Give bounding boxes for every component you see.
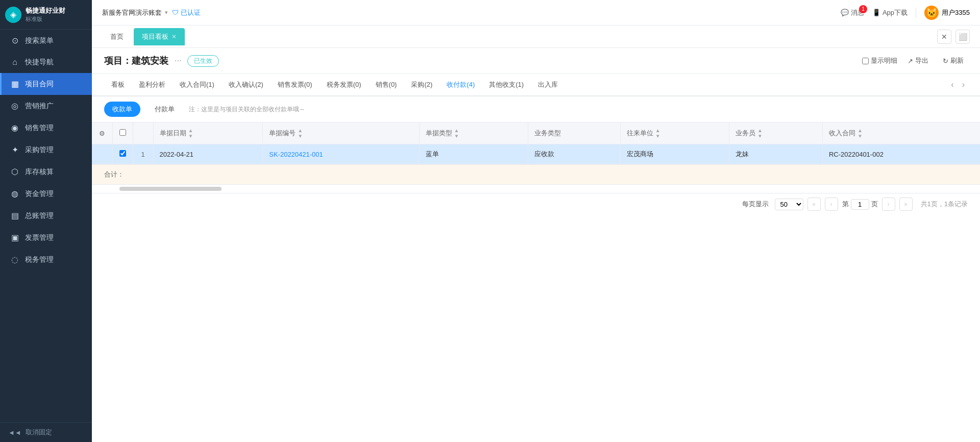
sub-tab-income-confirm[interactable]: 收入确认(2) <box>222 74 271 96</box>
th-salesperson-sort-icon[interactable]: ▲▼ <box>757 128 763 139</box>
sidebar-item-purchase[interactable]: ✦ 采购管理 <box>0 139 92 161</box>
code-link-0[interactable]: SK-20220421-001 <box>269 151 323 158</box>
th-income-contract-sort-icon[interactable]: ▲▼ <box>857 128 863 139</box>
sidebar-item-project[interactable]: ▦ 项目合同 <box>0 73 92 95</box>
purchase-icon: ✦ <box>10 145 20 155</box>
table-container: ⚙ 单据日期 ▲▼ <box>92 122 980 164</box>
th-bill-type-sort-icon[interactable]: ▲▼ <box>454 128 459 139</box>
content-area: 项目：建筑安装 ··· 已生效 显示明细 ↗ 导出 ↻ 刷新 <box>92 48 980 442</box>
th-code-sort-icon[interactable]: ▲▼ <box>298 128 303 139</box>
th-partner-label: 往来单位 <box>627 129 653 138</box>
export-button[interactable]: ↗ 导出 <box>903 54 933 67</box>
refresh-button[interactable]: ↻ 刷新 <box>939 54 968 67</box>
sidebar-item-ledger[interactable]: ▤ 总账管理 <box>0 205 92 227</box>
sidebar-item-marketing[interactable]: ◎ 营销推广 <box>0 95 92 117</box>
collection-table: ⚙ 单据日期 ▲▼ <box>92 122 980 164</box>
user-menu[interactable]: 🐱 用户3355 <box>924 6 970 20</box>
pagination-next-button[interactable]: › <box>882 198 895 211</box>
page-number-input[interactable] <box>851 199 869 210</box>
sidebar-item-capital[interactable]: ◍ 资金管理 <box>0 183 92 205</box>
account-selector[interactable]: 新服务官网演示账套 ▾ <box>102 8 168 17</box>
tab-maximize-button[interactable]: ⬜ <box>955 30 970 44</box>
topbar-right: 💬 消息 1 📱 App下载 🐱 用户3355 <box>841 6 970 20</box>
sub-tabs-next-icon[interactable]: › <box>959 78 968 91</box>
th-settings[interactable]: ⚙ <box>92 122 112 144</box>
sidebar-item-sales[interactable]: ◉ 销售管理 <box>0 117 92 139</box>
close-icon: ✕ <box>941 33 947 41</box>
th-checkbox <box>112 122 133 144</box>
sub-tab-income-contract[interactable]: 收入合同(1) <box>173 74 222 96</box>
user-avatar: 🐱 <box>924 6 939 20</box>
page-header-actions: 显示明细 ↗ 导出 ↻ 刷新 <box>862 54 968 67</box>
td-code-0[interactable]: SK-20220421-001 <box>263 144 419 164</box>
th-bill-type: 单据类型 ▲▼ <box>419 122 528 144</box>
account-name: 新服务官网演示账套 <box>102 8 162 17</box>
horizontal-scrollbar[interactable] <box>119 187 222 191</box>
sidebar-item-label-tax: 税务管理 <box>25 255 54 264</box>
sub-tab-sales[interactable]: 销售(0) <box>369 74 404 96</box>
row-checkbox-0[interactable] <box>119 150 126 157</box>
sub-tab-sales-invoice[interactable]: 销售发票(0) <box>271 74 320 96</box>
show-detail-input[interactable] <box>862 58 869 64</box>
sub-tab-purchase[interactable]: 采购(2) <box>404 74 439 96</box>
sidebar-item-inventory[interactable]: ⬡ 库存核算 <box>0 161 92 183</box>
payment-bill-tab[interactable]: 付款单 <box>146 102 183 117</box>
pagination-total: 共1页，1条记录 <box>921 200 968 209</box>
td-biz-type-0: 应收款 <box>528 144 620 164</box>
select-all-checkbox[interactable] <box>119 129 126 136</box>
page-suffix: 页 <box>871 200 878 209</box>
message-button[interactable]: 💬 消息 1 <box>841 8 864 17</box>
sidebar-unpin-button[interactable]: ◄◄ 取消固定 <box>0 422 92 442</box>
sub-tab-board[interactable]: 看板 <box>104 74 132 96</box>
topbar-left: 新服务官网演示账套 ▾ 🛡 已认证 <box>102 8 201 17</box>
topbar-divider <box>916 8 916 18</box>
sidebar-item-label-ledger: 总账管理 <box>25 211 54 220</box>
show-detail-label: 显示明细 <box>871 56 897 65</box>
sub-tab-tax-invoice[interactable]: 税务发票(0) <box>320 74 369 96</box>
th-biz-type-label: 业务类型 <box>534 129 561 137</box>
collection-bill-tab[interactable]: 收款单 <box>104 102 140 117</box>
th-salesperson-label: 业务员 <box>736 129 755 138</box>
tab-home[interactable]: 首页 <box>102 28 132 45</box>
pagination-prev-button[interactable]: ‹ <box>825 198 838 211</box>
sidebar-item-label-invoice: 发票管理 <box>25 233 54 242</box>
th-date-sort-icon[interactable]: ▲▼ <box>188 128 193 139</box>
th-date-label: 单据日期 <box>160 129 186 138</box>
th-partner-sort-icon[interactable]: ▲▼ <box>655 128 660 139</box>
td-partner-0: 宏茂商场 <box>620 144 729 164</box>
sidebar-item-invoice[interactable]: ▣ 发票管理 <box>0 227 92 249</box>
sub-tab-in-out[interactable]: 出入库 <box>531 74 565 96</box>
pagination-first-button[interactable]: « <box>807 198 821 211</box>
user-label: 用户3355 <box>942 8 970 17</box>
sub-tab-other-income[interactable]: 其他收支(1) <box>482 74 531 96</box>
show-detail-checkbox[interactable]: 显示明细 <box>862 56 897 65</box>
app-logo-icon: ◈ <box>5 7 21 23</box>
account-chevron-icon: ▾ <box>165 9 168 16</box>
per-page-select[interactable]: 50 100 200 <box>775 199 803 210</box>
export-icon: ↗ <box>908 57 913 65</box>
project-prefix: 项目： <box>104 56 132 66</box>
sidebar-item-search[interactable]: ⊙ 搜索菜单 <box>0 30 92 52</box>
sub-tab-profit[interactable]: 盈利分析 <box>132 74 173 96</box>
tab-close-all-button[interactable]: ✕ <box>937 30 951 44</box>
tab-project-board[interactable]: 项目看板 ✕ <box>134 28 185 45</box>
pagination-page-input: 第 页 <box>842 199 878 210</box>
sub-tab-collection[interactable]: 收付款(4) <box>439 74 482 96</box>
pagination: 每页显示 50 100 200 « ‹ 第 页 › » 共1页，1条记录 <box>92 193 980 215</box>
sidebar-item-tax[interactable]: ◌ 税务管理 <box>0 249 92 271</box>
sidebar-item-label-shortcut: 快捷导航 <box>25 58 54 67</box>
tab-project-board-label: 项目看板 <box>142 32 168 41</box>
refresh-label: 刷新 <box>950 56 964 65</box>
app-subtitle: 标准版 <box>26 15 65 23</box>
sub-tabs-prev-icon[interactable]: ‹ <box>948 78 957 91</box>
td-row-checkbox-0[interactable] <box>112 144 133 164</box>
th-income-contract-label: 收入合同 <box>829 129 855 138</box>
app-download-button[interactable]: 📱 App下载 <box>872 8 908 17</box>
sidebar-item-label-project: 项目合同 <box>25 80 54 89</box>
tab-close-icon[interactable]: ✕ <box>172 33 177 40</box>
pagination-last-button[interactable]: » <box>899 198 913 211</box>
more-button[interactable]: ··· <box>175 56 181 65</box>
main-area: 新服务官网演示账套 ▾ 🛡 已认证 💬 消息 1 📱 App下载 🐱 用户335… <box>92 0 980 442</box>
table-row[interactable]: 1 2022-04-21 SK-20220421-001 蓝单 应收款 宏茂商场… <box>92 144 980 164</box>
sidebar-item-shortcut[interactable]: ⌂ 快捷导航 <box>0 52 92 73</box>
